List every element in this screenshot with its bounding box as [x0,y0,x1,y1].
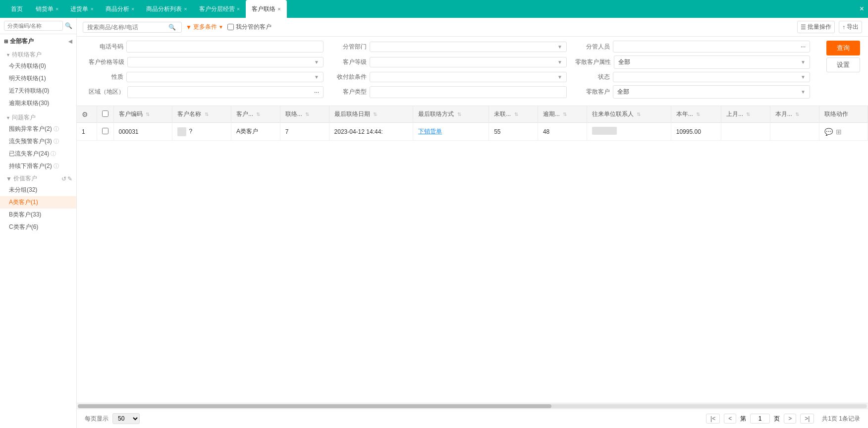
filter-select-customer-grade[interactable]: ▼ [370,57,567,67]
info-icon-churned[interactable]: ⓘ [51,150,56,158]
filter-ellipsis-manager[interactable]: ··· [613,41,810,53]
sort-icon-type[interactable]: ⇅ [256,111,260,117]
filter-select-nature[interactable]: ▼ [126,72,324,82]
nav-customer-contact[interactable]: 客户联络 × [246,0,286,18]
scrollbar-thumb[interactable] [78,404,551,408]
qr-icon[interactable]: ⊞ [836,128,842,136]
td-contact-person [587,123,671,141]
sidebar-item-tomorrow-contact[interactable]: 明天待联络(1) [0,72,76,85]
gear-icon[interactable]: ⚙ [82,110,88,118]
sidebar-item-c-class[interactable]: C类客户(6) [0,221,76,233]
per-page-select[interactable]: 50 20 100 [112,413,140,424]
td-last-method[interactable]: 下销货单 [413,123,489,141]
filter-label-phone: 电话号码 [89,43,123,51]
more-conditions-btn[interactable]: ▼ 更多条件 ▼ [186,23,223,31]
nav-home[interactable]: 首页 [4,0,30,18]
payment-arrow-icon: ▼ [557,74,562,80]
sort-icon-no-contact[interactable]: ⇅ [514,111,518,117]
region-ellipsis-icon: ··· [314,89,319,96]
sidebar-item-churn-warning[interactable]: 流失预警客户(3) ⓘ [0,135,76,148]
close-all-btn[interactable]: × [860,4,864,13]
row-checkbox[interactable] [102,128,108,134]
filter-select-price-grade[interactable]: ▼ [127,57,324,67]
info-icon-churn-warning[interactable]: ⓘ [54,138,59,145]
filter-select-dept[interactable]: ▼ [370,42,567,52]
td-actions: 💬 ⊞ [819,123,868,141]
filter-bar: 🔍 ▼ 更多条件 ▼ 我分管的客户 ☰ 批量操作 ↑ 导出 [77,18,868,37]
next-page-btn[interactable]: > [784,414,796,424]
sort-icon-contact[interactable]: ⇅ [305,111,309,117]
nav-sales-close[interactable]: × [55,0,58,18]
th-current-month: 本月... ⇅ [770,106,819,123]
all-customers-header[interactable]: ⊞ 全部客户 ◀ [0,34,76,49]
nav-product-analysis-close[interactable]: × [131,0,134,18]
edit-icon[interactable]: ✎ [67,175,72,182]
batch-op-button[interactable]: ☰ 批量操作 [797,21,835,33]
sidebar-item-declining[interactable]: 持续下滑客户(2) ⓘ [0,160,76,172]
sidebar-item-today-contact[interactable]: 今天待联络(0) [0,60,76,72]
query-button[interactable]: 查询 [826,41,860,55]
filter-select-retail-customer[interactable]: 全部 ▼ [613,85,810,99]
info-icon-declining[interactable]: ⓘ [54,162,59,170]
horizontal-scrollbar[interactable] [77,403,868,409]
sidebar-item-hoard-abnormal[interactable]: 囤购异常客户(2) ⓘ [0,123,76,135]
first-page-btn[interactable]: |< [706,414,720,424]
nav-sales[interactable]: 销货单 × [30,0,64,18]
filter-input-customer-type[interactable] [370,86,567,98]
th-settings[interactable]: ⚙ [77,106,97,123]
prev-page-btn[interactable]: < [724,414,736,424]
nav-purchase[interactable]: 进货单 × [64,0,99,18]
sidebar-item-7day-contact[interactable]: 近7天待联络(0) [0,85,76,97]
filter-select-retail-attr[interactable]: 全部 ▼ [614,55,810,69]
nav-product-analysis-list-close[interactable]: × [184,0,187,18]
my-customers-checkbox[interactable] [227,24,234,30]
sort-icon-overdue[interactable]: ⇅ [563,111,567,117]
sidebar-search-input[interactable] [4,21,63,31]
sort-icon-code[interactable]: ⇅ [146,111,150,117]
sort-icon-current-year[interactable]: ⇅ [696,111,700,117]
sidebar-item-churned[interactable]: 已流失客户(24) ⓘ [0,148,76,160]
my-customers-filter[interactable]: 我分管的客户 [227,23,271,31]
nav-purchase-close[interactable]: × [90,0,93,18]
sort-icon-contact-person[interactable]: ⇅ [637,111,641,117]
retail-attr-arrow-icon: ▼ [801,59,806,65]
nav-product-analysis[interactable]: 商品分析 × [100,0,140,18]
refresh-icon[interactable]: ↺ [61,175,66,182]
filter-input-phone[interactable] [126,41,324,53]
filter-select-payment[interactable]: ▼ [370,72,567,82]
settings-button[interactable]: 设置 [826,57,860,72]
filter-select-status[interactable]: ▼ [613,72,810,82]
last-page-btn[interactable]: >| [800,414,814,424]
td-index: 1 [77,123,97,141]
sidebar-item-ungraded[interactable]: 未分组(32) [0,184,76,196]
select-all-checkbox[interactable] [102,110,108,117]
content-area: 🔍 ▼ 更多条件 ▼ 我分管的客户 ☰ 批量操作 ↑ 导出 [77,18,868,428]
chat-icon[interactable]: 💬 [824,128,833,136]
collapse-icon[interactable]: ◀ [68,39,72,44]
th-last-date: 最后联络日期 ⇅ [329,106,413,123]
page-input[interactable] [750,414,770,424]
sort-icon-last-month[interactable]: ⇅ [746,111,750,117]
th-checkbox[interactable] [97,106,113,123]
info-icon-hoard[interactable]: ⓘ [54,125,59,133]
sidebar-item-a-class[interactable]: A类客户(1) [0,196,76,209]
sidebar-item-b-class[interactable]: B类客户(33) [0,209,76,221]
scrollbar-track[interactable] [78,404,867,408]
problem-group-name: 问题客户 [12,113,36,122]
nav-customer-tier[interactable]: 客户分层经营 × [193,0,246,18]
last-method-link[interactable]: 下销货单 [418,128,442,135]
td-checkbox[interactable] [97,123,113,141]
filter-search-icon[interactable]: 🔍 [168,24,176,31]
filter-ellipsis-region[interactable]: ··· [127,86,324,98]
sort-icon-last-date[interactable]: ⇅ [373,111,377,117]
sort-icon-name[interactable]: ⇅ [205,111,209,117]
sidebar-search-icon[interactable]: 🔍 [65,22,72,29]
sidebar-item-overdue-contact[interactable]: 逾期未联络(30) [0,97,76,109]
sort-icon-current-month[interactable]: ⇅ [795,111,799,117]
sort-icon-last-method[interactable]: ⇅ [457,111,461,117]
nav-customer-contact-close[interactable]: × [277,0,280,18]
export-button[interactable]: ↑ 导出 [839,21,862,33]
filter-search-input[interactable] [87,24,166,31]
nav-product-analysis-list[interactable]: 商品分析列表 × [140,0,193,18]
nav-customer-tier-close[interactable]: × [237,0,240,18]
